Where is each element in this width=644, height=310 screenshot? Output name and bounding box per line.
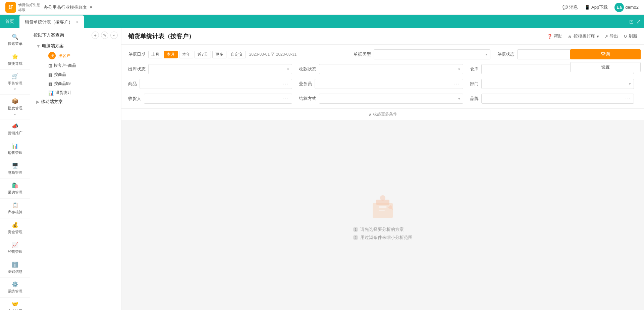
tree-root-desktop[interactable]: ▼ 电脑端方案 (34, 42, 121, 50)
minimize-button[interactable]: ⊡ (629, 18, 634, 25)
collapse-icon: ∧ (369, 112, 372, 117)
date-controls: 上月 本月 本年 近7天 更多 自定义 2023-03-01 至 2023-03… (148, 51, 347, 58)
date-btn-7days[interactable]: 近7天 (195, 51, 211, 58)
sidebar-item-nav[interactable]: ⭐ 快捷导航 (0, 50, 30, 70)
export-button[interactable]: ↗ 导出 (604, 33, 618, 39)
sidebar-item-sales[interactable]: 📊 销售管理 (0, 139, 30, 159)
filter-cell-staff: 业务员 ··· (296, 79, 466, 89)
sidebar-item-marketing[interactable]: 📣 营销推广 (0, 119, 30, 139)
dept-select[interactable]: ▾ (481, 79, 634, 89)
industry-selector[interactable]: 办公用品行业模拟账套 ▾ (44, 4, 92, 10)
refresh-button[interactable]: ↻ 刷新 (624, 33, 637, 39)
grid-icon: ⊞ (48, 63, 52, 68)
filter-row-1: 单据日期 上月 本月 本年 近7天 更多 自定义 2023-03-01 至 20… (128, 49, 637, 59)
page-header: 销货单统计表（按客户） ❓ 帮助 🖨 按模板打印 ▾ ↗ (121, 28, 644, 45)
info-icon: ℹ️ (12, 261, 18, 268)
chevron-down-icon: ▾ (485, 52, 487, 57)
sidebar-item-retail[interactable]: 🛒 零售管理 ▾ (0, 70, 30, 95)
user-avatar[interactable]: Ea demo2 (614, 3, 639, 12)
sidebar-item-inventory[interactable]: 📋 库存核算 (0, 199, 30, 218)
staff-select[interactable]: ··· (315, 79, 463, 89)
sidebar-item-enterprise[interactable]: 🤝 企业协同 (0, 298, 30, 310)
sidebar-item-finance[interactable]: 💰 资金管理 (0, 218, 30, 238)
add-scheme-button[interactable]: + (92, 32, 99, 39)
chevron-right-icon: ▶ (36, 99, 40, 104)
message-icon: 💬 (562, 5, 568, 10)
tree-item-by-product[interactable]: ▦ 按商品 (40, 70, 121, 79)
filter-section: 单据日期 上月 本月 本年 近7天 更多 自定义 2023-03-01 至 20… (121, 45, 644, 120)
chevron-down-icon: ▾ (597, 34, 599, 39)
marketing-icon: 📣 (12, 123, 18, 129)
edit-scheme-button[interactable]: ✎ (101, 32, 108, 39)
ellipsis-icon: ··· (283, 96, 289, 101)
date-btn-lastmonth[interactable]: 上月 (148, 51, 162, 58)
filter-cell-recipient: 收货人 ··· (128, 94, 296, 104)
ellipsis-icon: ··· (625, 96, 631, 101)
app-icon: 📱 (585, 5, 590, 10)
chevron-down-icon: ▾ (629, 82, 631, 86)
payment-method-select[interactable]: ▾ (319, 94, 463, 104)
chevron-down-icon: ▾ (458, 67, 460, 71)
filter-cell-dept: 部门 ▾ (467, 79, 637, 89)
print-icon: 🖨 (568, 34, 572, 39)
tree-root-mobile[interactable]: ▶ 移动端方案 (34, 97, 121, 106)
chevron-down-icon: ▾ (458, 97, 460, 101)
page-title: 销货单统计表（按客户） (128, 32, 195, 40)
tree-children-desktop: 按 按客户 ⊞ 按客户+商品 ▦ 按商品 ▦ 按商品99 (34, 50, 121, 97)
filter-cell-payment-status: 收款状态 ▾ (296, 64, 466, 74)
tab-home[interactable]: 首页 (0, 15, 19, 28)
settings-button[interactable]: 设置 (570, 62, 641, 72)
active-indicator: 按 (48, 52, 56, 59)
ellipsis-icon: ··· (454, 82, 460, 86)
date-btn-custom[interactable]: 自定义 (228, 51, 246, 58)
recipient-input[interactable]: ··· (144, 94, 292, 104)
help-button[interactable]: ❓ 帮助 (547, 33, 562, 39)
stock-status-select[interactable]: ▾ (148, 64, 292, 74)
chevron-down-icon: ▾ (90, 5, 92, 10)
logo-text: 畅捷信好生意 标版 (18, 2, 40, 12)
query-button[interactable]: 查询 (570, 49, 641, 59)
tree-item-by-product99[interactable]: ▦ 按商品99 (40, 79, 121, 88)
sidebar-item-ecommerce[interactable]: 🖥️ 电商管理 (0, 159, 30, 179)
filter-cell-product: 商品 ··· (128, 79, 296, 89)
filter-cell-order-type: 单据类型 ▾ (350, 49, 494, 59)
order-type-select[interactable]: ▾ (374, 49, 490, 59)
tree-item-return-stats[interactable]: 📊 退货统计 (40, 88, 121, 97)
tab-current[interactable]: 销货单统计表（按客户） × (19, 15, 84, 29)
sidebar-item-purchase[interactable]: 🛍️ 采购管理 (0, 179, 30, 199)
payment-status-select[interactable]: ▾ (319, 64, 463, 74)
top-bar-right: 💬 消息 📱 App下载 Ea demo2 (562, 3, 639, 12)
sidebar-item-system[interactable]: ⚙️ 系统管理 (0, 278, 30, 298)
product-select[interactable]: ··· (140, 79, 292, 89)
sidebar-item-search[interactable]: 🔍 搜索菜单 (0, 30, 30, 50)
refresh-icon: ↻ (624, 34, 627, 39)
tree-item-by-customer[interactable]: 按 按客户 (40, 50, 121, 61)
print-button[interactable]: 🖨 按模板打印 ▾ (568, 33, 599, 39)
empty-illustration (366, 190, 399, 223)
brand-select[interactable]: ··· (481, 94, 634, 104)
right-content: 销货单统计表（按客户） ❓ 帮助 🖨 按模板打印 ▾ ↗ (121, 28, 644, 310)
svg-rect-3 (379, 206, 387, 208)
page-actions: ❓ 帮助 🖨 按模板打印 ▾ ↗ 导出 ↻ (547, 33, 637, 39)
tree-item-by-customer-product[interactable]: ⊞ 按客户+商品 (40, 61, 121, 70)
top-bar: 好 畅捷信好生意 标版 办公用品行业模拟账套 ▾ 💬 消息 📱 App下载 (0, 0, 644, 15)
maximize-button[interactable]: ⤢ (636, 18, 641, 25)
table2-icon: ▦ (48, 81, 53, 87)
sidebar: 🔍 搜索菜单 ⭐ 快捷导航 🛒 零售管理 ▾ 📦 批发管理 ▴ 📣 营销推广 (0, 28, 30, 310)
chevron-up-icon: ▴ (14, 112, 16, 116)
date-btn-thismonth[interactable]: 本月 (164, 51, 178, 58)
tab-close-button[interactable]: × (76, 20, 78, 24)
sidebar-item-base-info[interactable]: ℹ️ 基础信息 (0, 258, 30, 278)
collapse-panel-button[interactable]: « (110, 32, 118, 39)
chart-icon: 📊 (48, 90, 54, 96)
chevron-down-icon: ▾ (14, 87, 16, 91)
message-button[interactable]: 💬 消息 (562, 4, 578, 10)
collapse-filter-button[interactable]: ∧ 收起更多条件 (121, 108, 644, 120)
date-btn-more[interactable]: 更多 (212, 51, 226, 58)
left-panel: 按以下方案查询 + ✎ « ▼ 电脑端方案 (30, 28, 121, 310)
panel-header-icons: + ✎ « (92, 32, 118, 39)
sidebar-item-wholesale[interactable]: 📦 批发管理 ▴ (0, 95, 30, 119)
app-download-button[interactable]: 📱 App下载 (585, 4, 608, 10)
date-btn-thisyear[interactable]: 本年 (179, 51, 193, 58)
sidebar-item-operation[interactable]: 📈 经营管理 (0, 238, 30, 258)
